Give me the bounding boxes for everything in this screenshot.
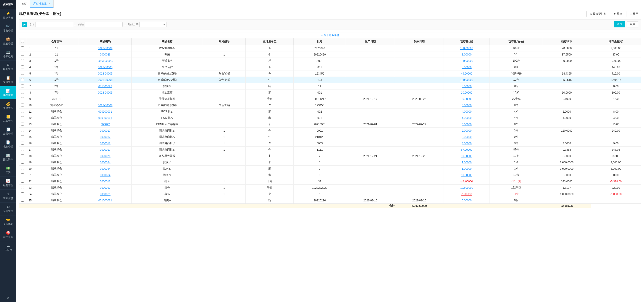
row-unit: 件 [246,127,294,134]
sidebar-item-cloud[interactable]: ☁ 云应用 [0,241,16,254]
sidebar-item-finance[interactable]: 💰 资金管理 [0,99,16,112]
row-checkbox[interactable] [19,89,26,96]
row-checkbox[interactable] [19,134,26,140]
select-all-checkbox[interactable] [21,40,24,43]
tab-close-icon[interactable]: ✕ [48,2,50,5]
sidebar-item-collab[interactable]: 🤝 企业协同 [0,215,16,228]
table-header-row: 仓库名称 商品编码 商品名称 规格型号 主计量单位 批号 生产日期 失效日期 现… [19,38,641,45]
row-code: 000900001 [79,108,132,115]
table-row: 23 翡翠粮仓 0000012 批号 1 千克 1222222222 122.0… [19,185,641,191]
row-index: 5 [26,70,34,77]
sidebar-item-tax[interactable]: 📑 税务管理 [0,138,16,151]
row-amount: -1,000.00 [591,191,641,197]
row-prod-date [346,115,395,121]
sidebar-item-system[interactable]: ⚙ 系统管理 [0,203,16,215]
sidebar-item-assets[interactable]: 🏢 固定资产 [0,151,16,164]
sidebar-item-mini-ecom[interactable]: 💻 小额电商 [0,48,16,61]
row-checkbox[interactable] [19,108,26,115]
sidebar-item-ledger[interactable]: 📒 总账管理 [0,112,16,125]
tab-inventory-batch[interactable]: 库存批次量 ✕ [30,0,54,8]
sidebar-settings-button[interactable]: ⚙ [0,294,16,302]
sidebar-item-ecom[interactable]: 🖥 电商管理 [0,61,16,73]
row-checkbox[interactable] [19,115,26,121]
tab-home[interactable]: 首页 [18,0,30,8]
sidebar-item-quick-nav[interactable]: ⚡ 快捷导航 [0,9,16,22]
category-select[interactable] [139,22,166,27]
row-qty-main: 0.00000 [444,197,490,204]
row-batch: 3 [294,172,346,178]
row-checkbox[interactable] [19,83,26,89]
table-row: 16 翡翠粮仓 0000017 测试电商批次 1 件 0003 3.00000 … [19,140,641,146]
settings-filter-button[interactable]: 设置 [627,21,638,27]
row-checkbox[interactable] [19,166,26,172]
sidebar-item-invoice[interactable]: 🧾 发票管理 [0,125,16,138]
row-checkbox[interactable] [19,153,26,159]
page-title-text: 现存量查询(按仓库＋批次) [19,12,61,16]
row-qty-store: 10包 [490,77,543,83]
row-checkbox[interactable] [19,197,26,204]
row-prod-date [346,89,395,96]
row-checkbox[interactable] [19,127,26,134]
footer-cost [490,204,543,208]
row-checkbox[interactable] [19,146,26,153]
sidebar-item-wholesale[interactable]: 📦 批发管理 [0,35,16,48]
finance-icon: 💰 [1,101,16,106]
sidebar-item-retail[interactable]: 🛒 零售管理 [0,22,16,35]
row-checkbox[interactable] [19,77,26,83]
row-exp-date [395,166,444,172]
row-batch: 20210901 [294,121,346,127]
row-checkbox[interactable] [19,178,26,185]
row-code: 0000084 [79,172,132,178]
row-checkbox[interactable] [19,96,26,102]
export-button[interactable]: ⬆ 导出 [611,11,625,17]
row-checkbox[interactable] [19,159,26,166]
columns-button[interactable]: ☰ 显示 [626,11,641,17]
row-checkbox[interactable] [19,58,26,64]
row-batch: 0003 [294,140,346,146]
row-checkbox[interactable] [19,140,26,146]
warehouse-input[interactable] [35,22,73,27]
row-amount: 3,505.15 [591,77,641,83]
management-icon: 📈 [1,179,16,183]
row-checkbox[interactable] [19,191,26,197]
row-qty-store: 10支 [490,153,543,159]
row-qty-store: 10米 [490,89,543,96]
ecom-icon: 🖥 [1,63,16,67]
row-index: 15 [26,134,34,140]
row-checkbox[interactable] [19,64,26,70]
row-unit: 个 [246,51,294,58]
columns-icon: ☰ [630,13,632,16]
row-name: 富减(白色/奶橘) [132,102,203,108]
sidebar-item-management[interactable]: 📈 经营管理 [0,177,16,190]
col-unit: 主计量单位 [246,38,294,45]
filter-toggle-button[interactable]: ▶ [22,22,27,27]
row-batch: 1 [294,191,346,197]
sidebar-item-basic[interactable]: ℹ 基础信息 [0,190,16,203]
row-cost [543,83,591,89]
search-button[interactable]: 查询 [614,21,625,27]
row-checkbox[interactable] [19,172,26,178]
sidebar-item-purchase[interactable]: 📋 采购管理 [0,73,16,86]
row-checkbox[interactable] [19,121,26,127]
table-row: 20 翡翠粮仓 0000084 批次次 米 2 1.00000 1米 3,000… [19,166,641,172]
row-qty-main: 0.00000 [444,83,490,89]
row-checkbox[interactable] [19,185,26,191]
row-checkbox[interactable] [19,45,26,51]
print-button[interactable]: 🖨 按摘要打印 [586,11,610,17]
row-index: 4 [26,64,34,70]
row-qty-main: 4.00000 [444,108,490,115]
row-batch: 210423 [294,134,346,140]
sidebar-logo[interactable]: 搜索菜单 [0,0,16,9]
sidebar-item-inventory[interactable]: 📊 库存核算 [0,86,16,99]
table-row: 25 翡翠粮仓 001000031 鲜肉A 瓶 20220216 2022-02… [19,197,641,204]
row-checkbox[interactable] [19,51,26,58]
tax-icon: 📑 [1,140,16,144]
row-qty-store: 4包9.6件 [490,70,543,77]
sidebar-item-salary[interactable]: 💵 工资 [0,164,16,177]
product-input[interactable] [84,22,122,27]
row-prod-date [346,51,395,58]
row-checkbox[interactable] [19,102,26,108]
sidebar-item-guide[interactable]: 🎯 新手引导 [0,228,16,241]
expand-conditions-row[interactable]: ▼ 展开更多条件 [19,32,641,38]
row-checkbox[interactable] [19,70,26,77]
